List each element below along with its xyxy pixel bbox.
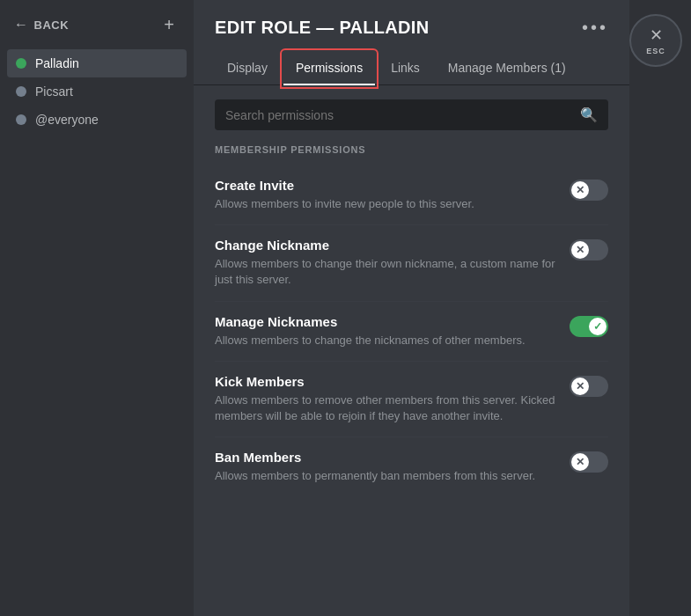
section-label: MEMBERSHIP PERMISSIONS <box>215 144 608 155</box>
permission-desc: Allows members to change the nicknames o… <box>215 333 559 348</box>
x-icon: ✕ <box>576 456 584 468</box>
permission-toggle[interactable]: ✕ <box>570 239 608 260</box>
permission-toggle[interactable]: ✕ <box>570 451 608 473</box>
sidebar: ← BACK + Palladin Picsart @everyone <box>0 0 194 616</box>
permissions-list: MEMBERSHIP PERMISSIONS Create Invite All… <box>194 144 629 616</box>
toggle-thumb: ✓ <box>589 318 606 335</box>
permission-toggle[interactable]: ✓ <box>570 316 608 337</box>
sidebar-role-item[interactable]: Picsart <box>7 77 187 106</box>
role-name: Palladin <box>35 56 79 70</box>
tab-links[interactable]: Links <box>379 52 432 85</box>
more-options-button[interactable]: ••• <box>582 18 608 38</box>
toggle-thumb: ✕ <box>571 378 589 395</box>
permission-name: Kick Members <box>215 374 559 389</box>
toggle-track: ✕ <box>570 451 608 473</box>
back-label: BACK <box>34 18 70 32</box>
permission-item: Create Invite Allows members to invite n… <box>215 165 608 225</box>
esc-label: ESC <box>646 47 665 55</box>
back-button[interactable]: ← BACK <box>14 17 69 33</box>
main-wrapper: EDIT ROLE — PALLADIN ••• DisplayPermissi… <box>194 0 691 616</box>
role-dot-icon <box>16 58 26 69</box>
search-box: 🔍 <box>215 99 608 130</box>
sidebar-role-item[interactable]: Palladin <box>7 49 187 77</box>
permission-item: Kick Members Allows members to remove ot… <box>215 362 608 437</box>
tab-manage-members-(1)[interactable]: Manage Members (1) <box>436 52 578 85</box>
role-dot-icon <box>16 114 26 125</box>
permission-desc: Allows members to change their own nickn… <box>215 256 559 288</box>
main-header: EDIT ROLE — PALLADIN ••• <box>194 0 629 38</box>
sidebar-role-item[interactable]: @everyone <box>7 106 187 134</box>
permission-toggle[interactable]: ✕ <box>570 180 608 201</box>
search-input[interactable] <box>225 108 573 122</box>
permission-name: Create Invite <box>215 178 559 193</box>
close-icon: ✕ <box>650 26 663 45</box>
permission-item: Change Nickname Allows members to change… <box>215 225 608 301</box>
permission-name: Ban Members <box>215 450 559 465</box>
search-container: 🔍 <box>194 85 629 144</box>
permission-desc: Allows members to permanently ban member… <box>215 468 559 484</box>
toggle-track: ✓ <box>570 316 608 337</box>
permission-name: Manage Nicknames <box>215 314 559 329</box>
toggle-thumb: ✕ <box>571 241 589 259</box>
back-arrow-icon: ← <box>14 17 29 33</box>
tab-permissions[interactable]: Permissions <box>283 52 375 85</box>
main-content: EDIT ROLE — PALLADIN ••• DisplayPermissi… <box>194 0 629 616</box>
role-dot-icon <box>16 86 26 97</box>
x-icon: ✕ <box>576 184 584 196</box>
permission-item: Ban Members Allows members to permanentl… <box>215 437 608 496</box>
esc-button[interactable]: ✕ ESC <box>629 14 682 67</box>
toggle-thumb: ✕ <box>571 181 589 199</box>
permission-info: Change Nickname Allows members to change… <box>215 238 559 288</box>
tabs-bar: DisplayPermissionsLinksManage Members (1… <box>194 52 629 85</box>
permission-desc: Allows members to remove other members f… <box>215 392 559 424</box>
toggle-track: ✕ <box>570 239 608 260</box>
roles-list: Palladin Picsart @everyone <box>7 49 187 134</box>
permission-toggle[interactable]: ✕ <box>570 376 608 397</box>
permission-name: Change Nickname <box>215 238 559 253</box>
permission-info: Create Invite Allows members to invite n… <box>215 178 559 212</box>
role-name: @everyone <box>35 113 99 127</box>
toggle-track: ✕ <box>570 180 608 201</box>
permission-info: Kick Members Allows members to remove ot… <box>215 374 559 424</box>
permission-info: Ban Members Allows members to permanentl… <box>215 450 559 484</box>
x-icon: ✕ <box>576 244 584 256</box>
permission-info: Manage Nicknames Allows members to chang… <box>215 314 559 348</box>
permission-desc: Allows members to invite new people to t… <box>215 196 559 212</box>
page-title: EDIT ROLE — PALLADIN <box>215 18 429 38</box>
tab-display[interactable]: Display <box>215 52 280 85</box>
x-icon: ✕ <box>576 380 584 392</box>
toggle-thumb: ✕ <box>571 453 589 471</box>
role-name: Picsart <box>35 84 73 99</box>
permission-item: Manage Nicknames Allows members to chang… <box>215 302 608 362</box>
add-role-button[interactable]: + <box>158 14 180 35</box>
sidebar-header: ← BACK + <box>7 14 187 49</box>
check-icon: ✓ <box>593 320 602 333</box>
toggle-track: ✕ <box>570 376 608 397</box>
main-inner: EDIT ROLE — PALLADIN ••• DisplayPermissi… <box>194 0 629 616</box>
search-icon: 🔍 <box>580 106 598 123</box>
